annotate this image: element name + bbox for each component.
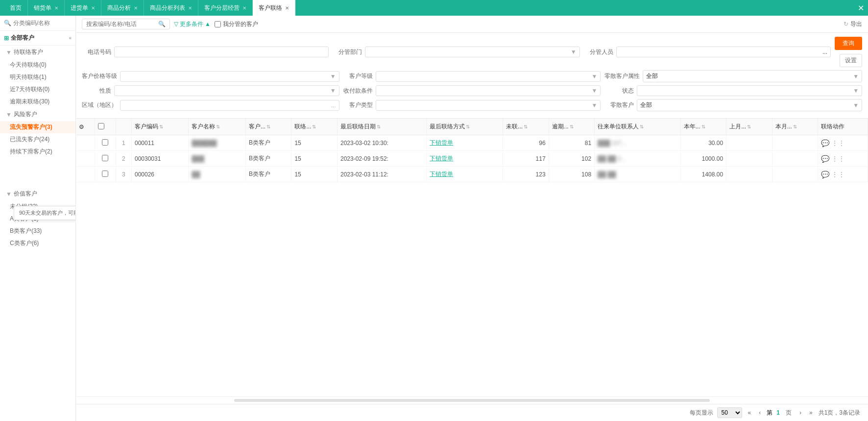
more-conditions-btn[interactable]: ▽ 更多条件 ▲ bbox=[174, 20, 211, 28]
th-name[interactable]: 客户名称⇅ bbox=[189, 119, 245, 135]
tab-purchase[interactable]: 进货单 ✕ bbox=[65, 0, 101, 16]
query-button[interactable]: 查询 bbox=[835, 37, 862, 50]
sidebar-item-lost[interactable]: 已流失客户(24) bbox=[0, 133, 75, 146]
tab-analysis[interactable]: 商品分析 ✕ bbox=[101, 0, 144, 16]
td-checkbox[interactable] bbox=[95, 151, 116, 167]
sidebar-group-risk[interactable]: ▼ 风险客户 bbox=[0, 108, 75, 121]
td-checkbox[interactable] bbox=[95, 135, 116, 151]
filter-search-box[interactable]: 🔍 bbox=[82, 19, 170, 29]
action-chat-icon[interactable]: 💬 bbox=[821, 155, 829, 163]
my-customers-filter[interactable]: 我分管的客户 bbox=[215, 20, 258, 28]
area-dots[interactable]: ... bbox=[331, 102, 336, 109]
th-overdue[interactable]: 逾期...⇅ bbox=[549, 119, 595, 135]
zerocust-label: 零散客户 bbox=[604, 101, 634, 109]
td-last-method[interactable]: 下销货单 bbox=[427, 151, 503, 167]
sidebar-item-tomorrow-contact[interactable]: 明天待联络(1) bbox=[0, 71, 75, 83]
action-chat-icon[interactable]: 💬 bbox=[821, 139, 829, 147]
my-customers-checkbox[interactable] bbox=[215, 21, 221, 27]
tab-customer-layer[interactable]: 客户分层经营 ✕ bbox=[198, 0, 253, 16]
sidebar-item-class-b[interactable]: B类客户(33) bbox=[0, 225, 75, 237]
sidebar-group-value[interactable]: ▼ 价值客户 bbox=[0, 187, 75, 200]
close-tab-sales[interactable]: ✕ bbox=[54, 5, 58, 11]
td-this-year: 30.00 bbox=[680, 135, 726, 151]
close-tab-customer-contact[interactable]: ✕ bbox=[285, 5, 289, 11]
level-select[interactable]: ▼ bbox=[376, 71, 601, 82]
area-select[interactable]: ... bbox=[120, 100, 339, 111]
sidebar-item-declining[interactable]: 持续下滑客户(2) bbox=[0, 146, 75, 158]
th-no-contact[interactable]: 未联...⇅ bbox=[503, 119, 549, 135]
action-more-icon[interactable]: ⋮⋮ bbox=[831, 155, 845, 163]
zerocust-select[interactable]: 全部 ▼ bbox=[637, 99, 862, 111]
prev-page-btn[interactable]: ‹ bbox=[757, 408, 763, 417]
tab-sales[interactable]: 销货单 ✕ bbox=[28, 0, 65, 16]
nature-select[interactable]: ▼ bbox=[114, 85, 339, 96]
tab-analysis-list[interactable]: 商品分析列表 ✕ bbox=[144, 0, 198, 16]
select-all-checkbox[interactable] bbox=[98, 123, 104, 129]
sidebar-item-today-contact[interactable]: 今天待联络(0) bbox=[0, 59, 75, 71]
th-contact[interactable]: 联络...⇅ bbox=[291, 119, 338, 135]
zero-attr-select[interactable]: 全部 ▼ bbox=[643, 70, 862, 82]
td-overdue: 108 bbox=[549, 167, 595, 182]
sort-nocontact: ⇅ bbox=[524, 124, 528, 129]
tab-home[interactable]: 首页 bbox=[4, 0, 28, 16]
price-down-arrow: ▼ bbox=[330, 73, 336, 80]
sidebar-item-loss-warning[interactable]: 流失预警客户(3) bbox=[0, 121, 75, 133]
filter-icon: ▽ bbox=[174, 21, 178, 27]
th-company-contact[interactable]: 往来单位联系人⇅ bbox=[595, 119, 681, 135]
td-checkbox[interactable] bbox=[95, 167, 116, 182]
close-tab-customer-layer[interactable]: ✕ bbox=[242, 5, 246, 11]
td-settings bbox=[76, 135, 95, 151]
level-label: 客户等级 bbox=[343, 72, 373, 80]
sidebar-search-icon: 🔍 bbox=[4, 20, 11, 26]
sidebar-group-pending[interactable]: ▼ 待联络客户 bbox=[0, 46, 75, 59]
action-more-icon[interactable]: ⋮⋮ bbox=[831, 139, 845, 147]
close-tab-analysis[interactable]: ✕ bbox=[134, 5, 138, 11]
th-last-month[interactable]: 上月...⇅ bbox=[726, 119, 772, 135]
export-btn[interactable]: ↻ 导出 bbox=[844, 20, 862, 28]
price-select[interactable]: ▼ bbox=[120, 71, 339, 82]
sidebar-item-overdue-contact[interactable]: 逾期未联络(30) bbox=[0, 96, 75, 108]
td-overdue: 81 bbox=[549, 135, 595, 151]
th-code[interactable]: 客户编码⇅ bbox=[131, 119, 188, 135]
first-page-btn[interactable]: « bbox=[746, 408, 753, 417]
window-close-icon[interactable]: ✕ bbox=[858, 3, 864, 13]
next-page-btn[interactable]: › bbox=[797, 408, 803, 417]
ctype-select[interactable]: ▼ bbox=[376, 100, 601, 111]
last-page-btn[interactable]: » bbox=[807, 408, 815, 417]
th-last-method[interactable]: 最后联络方式⇅ bbox=[427, 119, 503, 135]
dept-select[interactable]: ▼ bbox=[365, 47, 579, 57]
person-select[interactable]: ... bbox=[616, 47, 831, 57]
adv-price-field: 客户价格等级 ▼ bbox=[82, 71, 339, 82]
filter-search-icon[interactable]: 🔍 bbox=[158, 21, 166, 27]
payment-select[interactable]: ▼ bbox=[376, 85, 601, 96]
zerocust-arrow: ▼ bbox=[853, 102, 859, 109]
td-last-method[interactable]: 下销货单 bbox=[427, 135, 503, 151]
sidebar-item-class-c[interactable]: C类客户(6) bbox=[0, 237, 75, 249]
table-row: 1 000011 ██████ B类客户 15 2023-03-02 10:30… bbox=[76, 135, 868, 151]
settings-button[interactable]: 设置 bbox=[840, 54, 862, 67]
sidebar-item-7days-contact[interactable]: 近7天待联络(0) bbox=[0, 83, 75, 96]
adv-row-1: 电话号码 分管部门 ▼ 分管人员 ... bbox=[82, 37, 862, 67]
sidebar-all-customers[interactable]: ⊞ 全部客户 « bbox=[0, 31, 75, 46]
sidebar-search-input[interactable] bbox=[13, 20, 76, 26]
td-type: B类客户 bbox=[245, 167, 291, 182]
sidebar-search-box[interactable]: 🔍 bbox=[0, 16, 75, 31]
th-this-month[interactable]: 本月...⇅ bbox=[772, 119, 818, 135]
phone-input[interactable] bbox=[114, 47, 329, 57]
th-type[interactable]: 客户...⇅ bbox=[245, 119, 291, 135]
status-select[interactable]: ▼ bbox=[637, 85, 862, 96]
adv-row-2: 客户价格等级 ▼ 客户等级 ▼ 零散客户属性 全部 bbox=[82, 70, 862, 82]
td-last-method[interactable]: 下销货单 bbox=[427, 167, 503, 182]
tab-customer-contact[interactable]: 客户联络 ✕ bbox=[253, 0, 295, 16]
th-settings[interactable]: ⚙ bbox=[76, 119, 95, 135]
action-more-icon[interactable]: ⋮⋮ bbox=[831, 171, 845, 178]
close-tab-analysis-list[interactable]: ✕ bbox=[188, 5, 192, 11]
filter-search-input[interactable] bbox=[86, 21, 158, 27]
action-chat-icon[interactable]: 💬 bbox=[821, 171, 829, 178]
th-last-date[interactable]: 最后联络日期⇅ bbox=[337, 119, 426, 135]
td-last-month bbox=[726, 167, 772, 182]
td-num: 1 bbox=[116, 135, 131, 151]
per-page-select[interactable]: 50 100 200 bbox=[717, 407, 742, 418]
close-tab-purchase[interactable]: ✕ bbox=[91, 5, 95, 11]
th-this-year[interactable]: 本年...⇅ bbox=[680, 119, 726, 135]
